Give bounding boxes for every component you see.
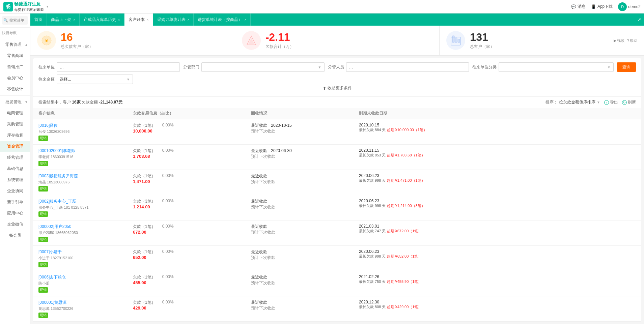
date-info-000001: 2020.12.30 最长欠款 808 天 超期 ¥429.00（1笔） [359, 300, 636, 310]
sidebar-item-stock-calc[interactable]: 库存核算 [0, 130, 30, 141]
balance-select[interactable]: 选择... ▼ [57, 75, 133, 84]
search-menu-label: 搜索菜单 [9, 18, 24, 23]
tab-product-off[interactable]: 商品上下架 × [47, 13, 80, 26]
customer-tag-000001: 现销 [38, 313, 48, 318]
message-btn[interactable]: 💬 消息 [571, 4, 586, 9]
collapse-up-icon: ⬆ [323, 86, 326, 91]
table-row-0016: [0016]吕俊 吕俊 13026203696 现销 欠款（1笔） 10,000… [33, 119, 641, 144]
tab-customer-account-close[interactable]: × [147, 18, 149, 22]
overdue-link-0006[interactable]: 超期 ¥455.90（1笔） [387, 279, 422, 284]
overdue-link-0002[interactable]: 超期 ¥1,214.00（3笔） [387, 204, 425, 208]
sort-select[interactable]: 按欠款金额倒序排序 [559, 99, 595, 105]
search-menu-btn[interactable]: 🔍 搜索菜单 [2, 16, 28, 25]
sidebar-item-retail-stats[interactable]: 零售统计 [0, 84, 30, 95]
user-area[interactable]: D demo2 [618, 2, 641, 11]
sidebar-item-marketing[interactable]: 营销推广 [0, 61, 30, 72]
sidebar-item-retail-store[interactable]: 零售商城 [0, 50, 30, 61]
sidebar-item-app-center[interactable]: 应用中心 [0, 208, 30, 219]
unit-category-select[interactable]: ▼ [499, 62, 614, 72]
sidebar-item-ops-mgmt[interactable]: 经营管理 [0, 152, 30, 163]
repay-info-0001020001: 最近收款 2020-06-30 预计下次收款 [251, 148, 359, 159]
source-unit-input[interactable]: … [57, 62, 180, 72]
debt-amount-0001020001: 1,703.68 [133, 154, 156, 159]
tab-minimize-btn[interactable]: — [631, 17, 635, 22]
customer-name-000002[interactable]: [000002]用户2050 [38, 224, 133, 230]
sidebar-item-sys-mgmt-label: 系统管理 [2, 177, 28, 183]
sidebar-item-basic-info[interactable]: 基础信息 [0, 163, 30, 174]
manager-input[interactable]: … [346, 62, 469, 72]
filter-collapse-btn[interactable]: ⬆ 收起更多条件 [38, 85, 636, 91]
dept-select[interactable]: ▼ [201, 62, 325, 72]
customer-name-000001[interactable]: [000001]黄思源 [38, 300, 133, 305]
sidebar-item-ecommerce[interactable]: 电商管理 [0, 108, 30, 119]
help-btn[interactable]: ? 帮助 [627, 38, 637, 43]
debt-count-0006: 欠款（1笔） [133, 274, 156, 280]
due-date-0006: 2021.02.26 [359, 274, 636, 279]
sidebar-item-enterprise-collab[interactable]: 企业协同 [0, 185, 30, 197]
tab-stock-stat[interactable]: 进货单统计表（按商品） × [194, 13, 251, 26]
tab-home[interactable]: 首页 [30, 13, 47, 26]
sidebar-item-sys-mgmt[interactable]: 系统管理 [0, 174, 30, 185]
debt-0016: 欠款（1笔） 10,000.00 [133, 123, 156, 134]
tab-product-history[interactable]: 产成品入库单历史 × [80, 13, 124, 26]
overdue-link-0016[interactable]: 超期 ¥10,000.00（1笔） [387, 128, 427, 132]
sidebar-item-marketing-label: 营销推广 [2, 64, 28, 70]
stat-label-total-customers: 总客户（家） [470, 44, 494, 50]
export-btn[interactable]: ↑ 导出 [604, 99, 618, 105]
repay-info-0007: 最近收款 预计下次收款 [251, 249, 359, 261]
table-row: [000001]黄思源 黄思源 13552700226 现销 欠款（1笔） 42… [33, 296, 641, 322]
customer-name-0016[interactable]: [0016]吕俊 [38, 123, 133, 128]
tab-product-history-close[interactable]: × [118, 18, 120, 22]
overdue-link-0007[interactable]: 超期 ¥652.00（1笔） [387, 254, 422, 258]
customer-name-0003[interactable]: [0003]畅捷服务尹海蕊 [38, 173, 133, 179]
app-download-btn[interactable]: 📱 App下载 [591, 4, 613, 9]
sidebar-item-new-guide[interactable]: 新手引导 [0, 197, 30, 208]
tab-product-history-label: 产成品入库单历史 [84, 17, 116, 23]
overdue-link-0003[interactable]: 超期 ¥1,471.00（1笔） [387, 178, 425, 182]
overdue-link-000001[interactable]: 超期 ¥429.00（1笔） [387, 305, 422, 309]
overdue-link-0001020001[interactable]: 超期 ¥1,703.68（1笔） [387, 153, 425, 157]
balance-arrow: ▼ [127, 78, 130, 81]
tab-customer-account[interactable]: 客户账本 × [124, 13, 153, 26]
tab-maximize-btn[interactable]: ⤢ [637, 17, 641, 22]
sidebar-item-vip-member[interactable]: 畅会员 [0, 230, 30, 241]
customer-name-0007[interactable]: [0007]小进干 [38, 249, 133, 255]
debt-amount-000002: 672.00 [133, 230, 156, 235]
repay-latest-000001: 最近收款 [251, 300, 359, 305]
sidebar-item-capital-mgmt[interactable]: 资金管理 [0, 141, 30, 152]
sidebar-item-purchase[interactable]: 采购管理 [0, 119, 30, 130]
sidebar-item-enterprise-wx[interactable]: 企业微信 [0, 219, 30, 230]
sidebar-item-ecommerce-label: 电商管理 [2, 110, 28, 116]
debt-0003: 欠款（1笔） 1,471.00 [133, 173, 156, 184]
repay-info-0006: 最近收款 预计下次收款 [251, 274, 359, 286]
tab-customer-account-label: 客户账本 [129, 17, 145, 23]
tab-purchase-order-close[interactable]: × [188, 18, 190, 22]
stat-icon-debt-customers: ¥ [37, 31, 56, 50]
tab-product-off-label: 商品上下架 [51, 17, 71, 23]
tab-product-off-close[interactable]: × [73, 18, 75, 22]
refresh-btn[interactable]: ↻ 刷新 [622, 99, 636, 105]
due-date-0003: 2020.06.23 [359, 173, 636, 178]
tab-purchase-order[interactable]: 采购订单统计表 × [153, 13, 194, 26]
overdue-days-0007: 最长欠款 998 天 超期 ¥652.00（1笔） [359, 254, 636, 259]
sidebar-item-member[interactable]: 会员中心 [0, 72, 30, 84]
tab-stock-stat-close[interactable]: × [244, 18, 246, 22]
sidebar-item-retail-mgmt[interactable]: 零售管理 ▲ [0, 39, 30, 50]
table-row: [0002]服务中心_丁磊 服务中心_丁磊 181 0125 8371 现销 欠… [33, 195, 641, 220]
overdue-link-000002[interactable]: 超期 ¥672.00（1笔） [387, 229, 422, 233]
sidebar-search-area: 🔍 搜索菜单 [0, 13, 30, 28]
customer-name-0001020001[interactable]: [0001020001]李老师 [38, 148, 133, 154]
video-btn[interactable]: ▶ 视频 [614, 38, 624, 43]
export-icon: ↑ [604, 100, 609, 105]
customer-name-0006[interactable]: [0006]去下粮仓 [38, 274, 133, 280]
filter-balance: 往来余额 选择... ▼ [38, 75, 133, 84]
query-button[interactable]: 查询 [617, 62, 636, 72]
customer-name-0002[interactable]: [0002]服务中心_丁磊 [38, 199, 133, 204]
message-label: 消息 [578, 4, 586, 9]
debt-count-0002: 欠款（3笔） [133, 199, 156, 204]
debt-amount-000001: 429.00 [133, 305, 156, 311]
sidebar-item-batch-mgmt-label: 批发管理 [2, 99, 25, 105]
svg-rect-6 [455, 38, 457, 42]
sidebar-item-batch-mgmt[interactable]: 批发管理 ▼ [0, 96, 30, 108]
repay-next-0003: 预计下次收款 [251, 179, 359, 185]
